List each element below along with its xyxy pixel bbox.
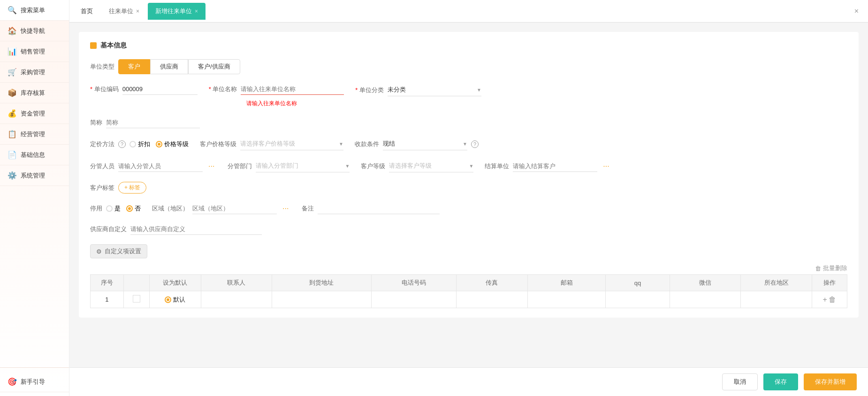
unit-code-label: 单位编码 <box>90 85 119 93</box>
supplier-custom-input[interactable] <box>130 224 262 235</box>
add-tag-button[interactable]: + 标签 <box>118 182 146 194</box>
fax-input[interactable] <box>473 296 510 303</box>
unit-type-row: 单位类型 客户 供应商 客户/供应商 <box>90 59 847 74</box>
unit-code-input[interactable] <box>122 84 198 95</box>
manager-more-icon[interactable]: ··· <box>206 162 216 171</box>
custom-settings-icon: ⚙ <box>96 248 102 255</box>
cell-address[interactable] <box>272 291 372 308</box>
disabled-no-radio[interactable] <box>126 205 133 212</box>
region-input[interactable] <box>192 203 277 214</box>
cell-email[interactable] <box>527 291 606 308</box>
customer-price-level-select[interactable]: 请选择客户价格等级 ▼ <box>240 138 343 150</box>
disabled-yes-option[interactable]: 是 <box>106 204 121 213</box>
pricing-level-option[interactable]: 价格等级 <box>156 140 189 148</box>
sidebar-item-purchase[interactable]: 🛒 采购管理 <box>0 62 69 83</box>
sidebar-item-guide[interactable]: 🎯 新手引导 <box>0 372 69 392</box>
customer-level-arrow: ▼ <box>469 163 473 169</box>
pricing-info-icon[interactable]: ? <box>118 140 126 148</box>
system-icon: ⚙️ <box>8 171 17 180</box>
sidebar-item-label: 新手引导 <box>21 378 45 386</box>
short-name-input[interactable] <box>106 117 200 128</box>
settlement-unit-group: 结算单位 ··· <box>485 161 611 172</box>
unit-type-both-btn[interactable]: 客户/供应商 <box>188 59 240 74</box>
table-row: 1 默认 <box>91 291 847 308</box>
cell-fax[interactable] <box>457 291 528 308</box>
batch-delete-area[interactable]: 🗑 批量删除 <box>90 264 847 272</box>
cell-wechat[interactable] <box>670 291 741 308</box>
footer: 取消 保存 保存并新增 <box>69 367 868 396</box>
cell-region[interactable] <box>741 291 812 308</box>
department-arrow: ▼ <box>345 163 350 169</box>
tab-partners-close[interactable]: × <box>136 8 139 15</box>
contact-input[interactable] <box>218 296 255 303</box>
payment-terms-select[interactable]: 现结 ▼ <box>383 138 467 150</box>
tab-partners-label: 往来单位 <box>109 7 133 16</box>
qq-input[interactable] <box>621 296 654 303</box>
customer-price-level-label: 客户价格等级 <box>200 140 236 148</box>
sidebar-item-label: 快捷导航 <box>21 27 45 35</box>
tab-partners[interactable]: 往来单位 × <box>101 3 147 20</box>
settlement-unit-input[interactable] <box>513 161 597 172</box>
region-more-icon[interactable]: ··· <box>281 204 290 213</box>
sidebar-item-inventory[interactable]: 📦 库存核算 <box>0 83 69 103</box>
phone-input[interactable] <box>390 296 437 303</box>
manager-input[interactable] <box>118 161 203 172</box>
window-close-icon[interactable]: × <box>849 7 864 16</box>
cell-contact[interactable] <box>201 291 272 308</box>
unit-name-input[interactable] <box>241 84 344 95</box>
col-contact: 联系人 <box>201 275 272 291</box>
default-radio-option[interactable]: 默认 <box>154 295 196 304</box>
customer-level-select[interactable]: 请选择客户等级 ▼ <box>389 160 473 172</box>
disabled-yes-radio[interactable] <box>106 205 113 212</box>
custom-settings-button[interactable]: ⚙ 自定义项设置 <box>90 244 147 258</box>
sidebar-item-label: 销售管理 <box>21 47 45 56</box>
table-header-row: 序号 设为默认 联系人 到货地址 电话号码 传真 邮箱 qq 微信 所在地区 操… <box>91 275 847 291</box>
default-radio[interactable] <box>165 296 171 303</box>
wechat-input[interactable] <box>686 296 724 303</box>
unit-type-supplier-btn[interactable]: 供应商 <box>150 59 188 74</box>
remarks-input[interactable] <box>318 203 440 214</box>
sidebar-item-system[interactable]: ⚙️ 系统管理 <box>0 165 69 186</box>
sidebar-item-quick-nav[interactable]: 🏠 快捷导航 <box>0 21 69 41</box>
pricing-row: 定价方法 ? 折扣 价格等级 客户价格等级 <box>90 138 847 150</box>
cell-phone[interactable] <box>371 291 457 308</box>
save-button[interactable]: 保存 <box>763 373 798 390</box>
tab-new-partner-close[interactable]: × <box>195 8 198 15</box>
region-table-input[interactable] <box>758 296 795 303</box>
pricing-level-radio[interactable] <box>156 141 162 148</box>
address-input[interactable] <box>293 296 350 303</box>
tags-row: 客户标签 + 标签 <box>90 182 847 194</box>
pricing-discount-radio[interactable] <box>129 141 136 148</box>
col-index: 序号 <box>91 275 124 291</box>
unit-category-select[interactable]: 未分类 ▼ <box>388 84 481 96</box>
tags-label: 客户标签 <box>90 184 114 192</box>
manager-label: 分管人员 <box>90 162 114 171</box>
sidebar-item-operations[interactable]: 📋 经营管理 <box>0 124 69 145</box>
section-title-text: 基本信息 <box>100 41 127 50</box>
tab-home[interactable]: 首页 <box>73 3 100 20</box>
finance-icon: 💰 <box>8 109 17 118</box>
cell-qq[interactable] <box>606 291 670 308</box>
col-email: 邮箱 <box>527 275 606 291</box>
settlement-more-icon[interactable]: ··· <box>601 162 611 171</box>
search-icon: 🔍 <box>8 6 17 15</box>
disabled-no-option[interactable]: 否 <box>126 204 141 213</box>
department-label: 分管部门 <box>228 162 252 171</box>
email-input[interactable] <box>546 296 588 303</box>
department-select[interactable]: 请输入分管部门 ▼ <box>256 160 350 172</box>
cancel-button[interactable]: 取消 <box>722 373 758 390</box>
unit-type-customer-btn[interactable]: 客户 <box>118 59 150 74</box>
sidebar-item-search[interactable]: 🔍 搜索菜单 <box>0 0 69 21</box>
save-add-button[interactable]: 保存并新增 <box>804 373 857 390</box>
sidebar-item-finance[interactable]: 💰 资金管理 <box>0 103 69 124</box>
disabled-yes-label: 是 <box>114 204 121 213</box>
sidebar-item-basics[interactable]: 📄 基础信息 <box>0 145 69 165</box>
row-checkbox[interactable] <box>133 295 140 303</box>
cell-checkbox[interactable] <box>123 291 150 308</box>
tab-new-partner[interactable]: 新增往来单位 × <box>148 3 206 20</box>
pricing-discount-option[interactable]: 折扣 <box>129 140 150 148</box>
delete-row-button[interactable]: 🗑 <box>829 295 836 304</box>
payment-terms-info-icon[interactable]: ? <box>471 140 479 148</box>
add-row-button[interactable]: + <box>822 295 827 304</box>
sidebar-item-sales[interactable]: 📊 销售管理 <box>0 41 69 62</box>
